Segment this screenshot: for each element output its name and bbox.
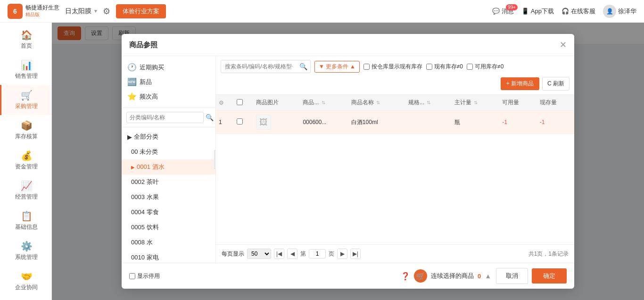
sidebar-item-system[interactable]: ⚙️ 系统管理 xyxy=(0,236,51,266)
first-page-button[interactable]: |◀ xyxy=(274,249,284,259)
th-name[interactable]: 商品名称 ⇅ xyxy=(348,95,405,111)
gear-icon[interactable]: ⚙ xyxy=(103,6,110,17)
th-stock: 现存量 xyxy=(537,95,574,111)
modal-close-button[interactable]: ✕ xyxy=(560,40,567,50)
help-icon[interactable]: ❓ xyxy=(401,272,410,281)
page-number-input[interactable] xyxy=(309,249,326,258)
sidebar-item-enterprise[interactable]: 🤝 企业协同 xyxy=(0,266,51,296)
cat-label: 0010 家电 xyxy=(131,253,159,262)
cancel-button[interactable]: 取消 xyxy=(496,268,528,284)
cat-item-snack[interactable]: 0004 零食 xyxy=(122,205,215,220)
cat-label: 00 未分类 xyxy=(131,148,158,156)
last-page-button[interactable]: ▶| xyxy=(350,249,361,259)
avatar: 👤 xyxy=(603,5,616,18)
sort-icon: ⇅ xyxy=(427,100,430,105)
trial-button[interactable]: 体验行业方案 xyxy=(116,4,166,18)
total-info: 共1页，1条记录 xyxy=(528,250,569,258)
cat-item-water[interactable]: 0008 水 xyxy=(122,235,215,250)
filter-icon: ▼ xyxy=(319,63,324,70)
th-available: 可用量 xyxy=(499,95,537,111)
cat-item-liquor[interactable]: ▶ 0001 酒水 xyxy=(122,159,215,175)
sidebar-item-operations[interactable]: 📈 经营管理 xyxy=(0,175,51,206)
collapse-up-icon[interactable]: ▲ xyxy=(485,272,491,280)
nav-messages[interactable]: 💬 消息 99+ xyxy=(492,7,514,16)
per-page-select[interactable]: 50 10 20 100 xyxy=(247,249,271,259)
cart-icon[interactable]: 🛒 xyxy=(414,269,427,283)
sidebar-item-sales[interactable]: 📊 销售管理 xyxy=(0,55,51,85)
more-filter-button[interactable]: ▼ 更多条件 ▲ xyxy=(314,61,360,73)
cell-spec xyxy=(405,111,452,134)
checkbox-available-stock[interactable]: 可用库存≠0 xyxy=(467,63,504,71)
recent-item-label: 频次高 xyxy=(140,92,158,101)
product-search-button[interactable]: 🔍 xyxy=(297,63,310,70)
cell-name: 白酒100ml xyxy=(348,111,405,134)
sidebar-item-label: 销售管理 xyxy=(15,72,38,80)
cat-item-appliances[interactable]: 0010 家电 xyxy=(122,250,215,263)
cat-item-drinks[interactable]: 0005 饮料 xyxy=(122,220,215,235)
modal-dialog: 商品参照 ✕ 🕐 近期购买 🆕 xyxy=(122,34,574,289)
modal-header: 商品参照 ✕ xyxy=(122,34,574,56)
show-disabled-checkbox-label[interactable]: 显示停用 xyxy=(129,272,160,280)
classify-search-icon[interactable]: 🔍 xyxy=(206,114,214,121)
checkbox-warehouse-stock[interactable]: 按仓库显示现有库存 xyxy=(363,63,422,71)
th-settings[interactable]: ⚙ xyxy=(216,95,234,111)
th-code[interactable]: 商品... ⇅ xyxy=(300,95,348,111)
nav-online-service[interactable]: 🎧 在线客服 xyxy=(561,7,595,16)
sidebar-item-finance[interactable]: 💰 资金管理 xyxy=(0,145,51,175)
nav-user[interactable]: 👤 徐泽华 xyxy=(603,5,636,18)
refresh-product-button[interactable]: C 刷新 xyxy=(542,77,570,91)
th-spec[interactable]: 规格... ⇅ xyxy=(405,95,452,111)
sidebar-item-guide[interactable]: 🌟 新手引导 xyxy=(0,296,51,300)
app-dl-label: App下载 xyxy=(531,7,554,16)
sidebar-item-purchase[interactable]: 🛒 采购管理 xyxy=(0,85,51,115)
cat-item-all[interactable]: ▶ 全部分类 xyxy=(122,129,215,144)
modal-footer: 显示停用 ❓ 🛒 连续选择的商品 0 ▲ 取消 确定 xyxy=(122,263,574,289)
row-checkbox[interactable] xyxy=(237,118,243,125)
sidebar-item-label: 企业协同 xyxy=(15,283,38,292)
prev-page-button[interactable]: ◀ xyxy=(287,249,297,259)
th-unit[interactable]: 主计量 ⇅ xyxy=(452,95,499,111)
per-page-label: 每页显示 xyxy=(222,250,244,258)
th-stock-label: 现存量 xyxy=(540,99,557,106)
show-disabled-checkbox[interactable] xyxy=(129,273,135,279)
next-page-button[interactable]: ▶ xyxy=(337,249,347,259)
cat-item-uncategorized[interactable]: 00 未分类 xyxy=(122,144,215,159)
sidebar-item-home[interactable]: 🏠 首页 xyxy=(0,25,51,55)
recent-item-recent-purchase[interactable]: 🕐 近期购买 xyxy=(122,60,215,75)
show-disabled-label: 显示停用 xyxy=(137,272,160,280)
nav-selector[interactable]: 日太阳膜 ▼ xyxy=(65,7,98,16)
product-thumbnail: 🖼 xyxy=(256,115,271,130)
cat-item-tea[interactable]: 0002 茶叶 xyxy=(122,175,215,190)
checkbox-nonzero-stock[interactable]: 现有库存≠0 xyxy=(426,63,463,71)
recent-item-new[interactable]: 🆕 新品 xyxy=(122,75,215,89)
logo-icon: 6 xyxy=(8,4,23,19)
cell-code: 000600... xyxy=(300,111,348,134)
system-icon: ⚙️ xyxy=(21,241,33,252)
home-icon: 🏠 xyxy=(21,29,33,41)
sidebar-item-label: 采购管理 xyxy=(15,102,38,110)
add-product-button[interactable]: + 新增商品 xyxy=(501,77,539,90)
confirm-button[interactable]: 确定 xyxy=(532,268,567,283)
nav-app-download[interactable]: 📱 App下载 xyxy=(521,7,554,16)
recent-item-frequent[interactable]: ⭐ 频次高 xyxy=(122,89,215,104)
nonzero-stock-checkbox[interactable] xyxy=(426,64,432,70)
classify-search: 🔍 xyxy=(122,108,215,127)
cell-checkbox[interactable] xyxy=(234,111,253,134)
warehouse-stock-checkbox[interactable] xyxy=(363,64,370,70)
cell-no: 1 xyxy=(216,111,234,134)
footer-cart: ❓ 🛒 连续选择的商品 0 ▲ xyxy=(401,269,491,283)
product-search-input[interactable] xyxy=(221,63,297,70)
available-stock-checkbox[interactable] xyxy=(467,64,473,70)
select-all-checkbox[interactable] xyxy=(237,99,243,105)
sidebar-item-inventory[interactable]: 📦 库存核算 xyxy=(0,115,51,145)
cat-item-fruit[interactable]: 0003 水果 xyxy=(122,190,215,205)
table-row[interactable]: 1 🖼 000600... 白酒100ml xyxy=(216,111,574,134)
product-table-wrap: ⚙ 商品图片 商品... xyxy=(216,95,574,244)
sort-icon: ⇅ xyxy=(322,100,325,105)
sidebar-item-basic-info[interactable]: 📋 基础信息 xyxy=(0,206,51,236)
page-word: 第 xyxy=(300,250,306,258)
service-label: 在线客服 xyxy=(571,7,595,16)
classify-search-input[interactable] xyxy=(126,112,204,123)
logo-text: 畅捷通好生意 xyxy=(25,4,59,12)
main-layout: 🏠 首页 📊 销售管理 🛒 采购管理 📦 库存核算 💰 资金管理 📈 经营管理 … xyxy=(0,23,644,300)
